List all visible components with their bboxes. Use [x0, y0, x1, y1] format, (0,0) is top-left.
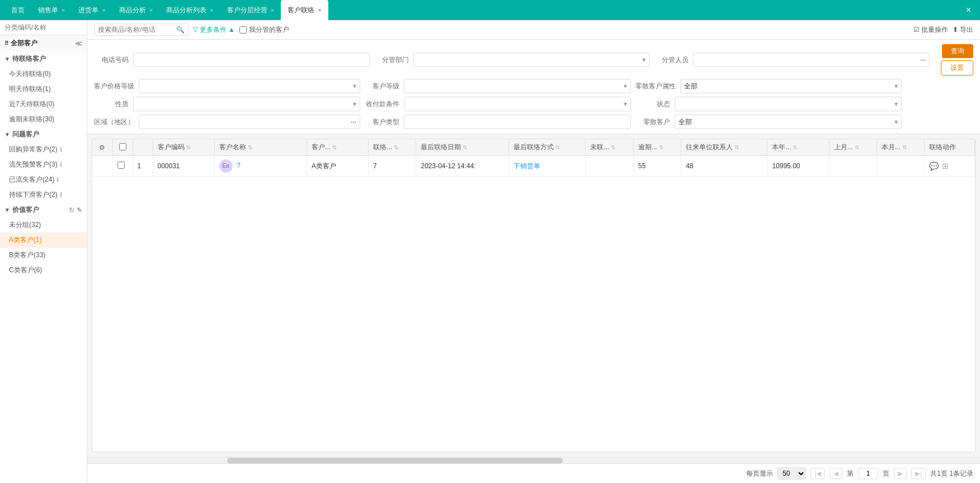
nav-close-customer-mgmt[interactable]: ×	[271, 7, 274, 13]
sidebar-search-box[interactable]: 🔍	[0, 20, 87, 35]
col-settings[interactable]: ⚙	[92, 139, 112, 156]
col-code-header[interactable]: 客户编码 ⇅	[153, 139, 214, 156]
col-name-sort[interactable]: ⇅	[248, 144, 252, 150]
col-type-sort[interactable]: ⇅	[332, 144, 337, 150]
sidebar-search-input[interactable]	[4, 23, 87, 31]
nav-close-purchase[interactable]: ×	[102, 7, 105, 13]
last-page-button[interactable]: ▶|	[911, 468, 926, 479]
cell-name[interactable]: Ea ?	[214, 156, 307, 177]
col-type-header[interactable]: 客户... ⇅	[307, 139, 368, 156]
nav-close-analysis-list[interactable]: ×	[210, 7, 213, 13]
per-page-select[interactable]: 50 100 200	[778, 467, 806, 480]
page-input[interactable]	[858, 468, 878, 479]
nav-item-analysis[interactable]: 商品分析 ×	[112, 0, 159, 20]
sidebar-item-class-a[interactable]: A类客户(1)	[0, 233, 87, 248]
select-customer-level[interactable]: ▾	[404, 79, 631, 93]
nav-close-customer-contact[interactable]: ×	[318, 7, 321, 13]
method-link[interactable]: 下销货单	[513, 162, 540, 170]
next-page-button[interactable]: ▶	[894, 468, 907, 479]
sidebar-item-declining[interactable]: 持续下滑客户(2) ℹ	[0, 187, 87, 202]
col-thismonth-header[interactable]: 本月... ⇅	[877, 139, 924, 156]
col-action-header[interactable]: 联络动作	[925, 139, 975, 156]
cell-method[interactable]: 下销货单	[508, 156, 586, 177]
select-payment[interactable]: ▾	[404, 97, 631, 111]
my-customers-checkbox[interactable]	[239, 26, 247, 34]
sidebar-collapse-icon[interactable]: ≪	[75, 40, 82, 48]
select-nature[interactable]: ▾	[133, 97, 360, 111]
export-button[interactable]: ⬆ 导出	[953, 25, 973, 35]
sidebar-group-pending[interactable]: ▼ 待联络客户	[0, 51, 87, 67]
select-manager[interactable]: ···	[693, 53, 930, 67]
sidebar-item-ungrouped[interactable]: 未分组(32)	[0, 217, 87, 233]
select-region[interactable]: ···	[139, 115, 360, 129]
col-overdue-sort[interactable]: ⇅	[659, 144, 663, 150]
more-filters-button[interactable]: ▽ 更多条件 ▲	[193, 25, 235, 35]
sidebar-item-class-c[interactable]: C类客户(6)	[0, 263, 87, 278]
col-contact-header[interactable]: 联络... ⇅	[369, 139, 416, 156]
nav-close-sales[interactable]: ×	[62, 7, 65, 13]
nav-item-analysis-list[interactable]: 商品分析列表 ×	[159, 0, 220, 20]
sidebar-group-problem[interactable]: ▼ 问题客户	[0, 127, 87, 142]
grid-icon[interactable]: ⊞	[942, 162, 949, 171]
col-method-sort[interactable]: ⇅	[555, 144, 560, 150]
chat-icon[interactable]: 💬	[929, 162, 939, 171]
filter-search-box[interactable]: 🔍	[94, 23, 189, 36]
nav-item-customer-contact[interactable]: 客户联络 ×	[281, 0, 328, 20]
col-year-header[interactable]: 本年... ⇅	[767, 139, 829, 156]
filter-search-icon[interactable]: 🔍	[176, 26, 185, 34]
col-thismonth-sort[interactable]: ⇅	[902, 144, 907, 150]
col-date-sort[interactable]: ⇅	[463, 144, 467, 150]
nav-item-customer-mgmt[interactable]: 客户分层经营 ×	[220, 0, 281, 20]
sidebar-item-today[interactable]: 今天待联络(0)	[0, 67, 87, 82]
select-all-checkbox[interactable]	[119, 143, 126, 150]
prev-page-button[interactable]: ◀	[830, 468, 842, 479]
nav-item-home[interactable]: 首页	[4, 0, 31, 20]
nav-close-analysis[interactable]: ×	[149, 7, 153, 13]
col-overdue-header[interactable]: 逾期... ⇅	[633, 139, 681, 156]
input-customer-type[interactable]	[404, 115, 631, 129]
col-history-header[interactable]: 往来单位联系人 ⇅	[681, 139, 767, 156]
select-dept[interactable]: ▾	[413, 53, 650, 67]
select-status[interactable]: ▾	[675, 97, 902, 111]
customer-name-link[interactable]: ?	[237, 162, 241, 169]
col-lastmonth-header[interactable]: 上月... ⇅	[829, 139, 877, 156]
col-history-sort[interactable]: ⇅	[734, 144, 739, 150]
col-name-header[interactable]: 客户名称 ⇅	[214, 139, 307, 156]
edit-icon[interactable]: ✎	[77, 206, 82, 214]
sidebar-item-tomorrow[interactable]: 明天待联络(1)	[0, 82, 87, 97]
col-year-sort[interactable]: ⇅	[793, 144, 797, 150]
sidebar-item-week[interactable]: 近7天待联络(0)	[0, 97, 87, 112]
col-nocontact-header[interactable]: 未联... ⇅	[586, 139, 633, 156]
settings-filter-button[interactable]: 设置	[941, 60, 973, 75]
input-phone[interactable]	[133, 53, 370, 67]
sidebar-item-churned[interactable]: 已流失客户(24) ℹ	[0, 172, 87, 187]
col-contact-sort[interactable]: ⇅	[394, 144, 398, 150]
col-method-header[interactable]: 最后联络方式 ⇅	[508, 139, 586, 156]
sidebar-all-customers[interactable]: ⠿ 全部客户 ≪	[0, 35, 87, 51]
sidebar-item-overdue[interactable]: 逾期未联络(30)	[0, 112, 87, 127]
col-date-header[interactable]: 最后联络日期 ⇅	[416, 139, 508, 156]
select-retail-attr[interactable]: 全部 ▾	[680, 79, 902, 93]
my-customers-check[interactable]: 我分管的客户	[239, 25, 289, 35]
row-checkbox[interactable]	[117, 162, 125, 169]
bulk-op-button[interactable]: ☑ 批量操作	[913, 25, 948, 35]
sidebar-item-churn-warning[interactable]: 流失预警客户(3) ℹ	[0, 157, 87, 172]
query-button[interactable]: 查询	[942, 44, 973, 58]
cell-check[interactable]	[112, 156, 133, 177]
col-nocontact-sort[interactable]: ⇅	[611, 144, 615, 150]
sidebar-group-value[interactable]: ▼ 价值客户 ↻ ✎	[0, 202, 87, 217]
nav-item-purchase[interactable]: 进货单 ×	[72, 0, 112, 20]
col-code-sort[interactable]: ⇅	[186, 144, 191, 150]
col-checkbox-header[interactable]	[112, 139, 133, 156]
col-lastmonth-sort[interactable]: ⇅	[855, 144, 859, 150]
sidebar-item-abnormal[interactable]: 回购异常客户(2) ℹ	[0, 142, 87, 157]
filter-search-input[interactable]	[98, 26, 176, 34]
global-close-button[interactable]: ×	[962, 5, 976, 15]
refresh-icon[interactable]: ↻	[69, 206, 74, 214]
first-page-button[interactable]: |◀	[811, 468, 825, 479]
scrollbar-thumb[interactable]	[227, 458, 563, 463]
sidebar-item-class-b[interactable]: B类客户(33)	[0, 248, 87, 263]
nav-item-sales[interactable]: 销售单 ×	[31, 0, 72, 20]
settings-icon[interactable]: ⚙	[99, 144, 105, 151]
select-retail-customer[interactable]: 全部 ▾	[675, 115, 902, 129]
